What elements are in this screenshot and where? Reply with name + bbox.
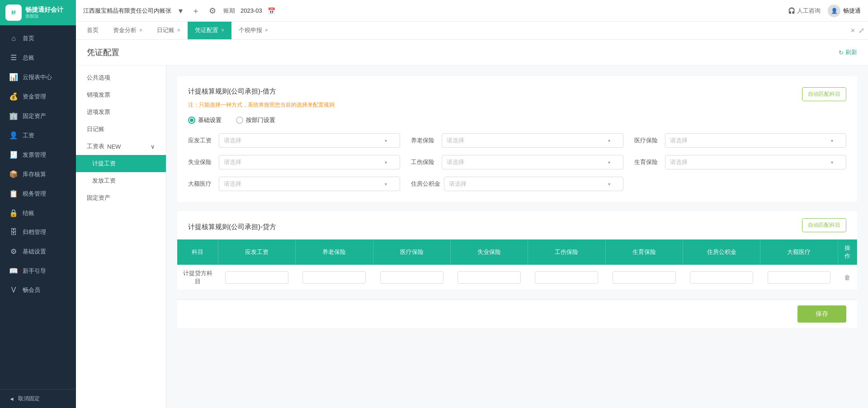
cell-housing-fund [683, 265, 760, 291]
refresh-button[interactable]: ↻ 刷新 [839, 48, 857, 56]
field-unemployment-label: 失业保险 [188, 158, 215, 166]
topbar-right: 🎧 人工咨询 👤 畅捷通 [788, 5, 861, 17]
sidebar-item-funds[interactable]: 💰 资金管理 [0, 87, 76, 106]
menu-fixed-assets[interactable]: 固定资产 [76, 189, 166, 206]
menu-public[interactable]: 公共选项 [76, 69, 166, 86]
field-large-medical-placeholder: 请选择 [224, 180, 241, 188]
field-work-injury-select[interactable]: 请选择 ▾ [442, 155, 623, 169]
sidebar: 好 畅捷通好会计 旗舰版 ⌂ 首页 ☰ 总账 📊 云报表中心 💰 资金管理 🏢 … [0, 0, 76, 408]
col-work-injury: 工伤保险 [528, 239, 605, 265]
sidebar-item-closing[interactable]: 🔒 结账 [0, 203, 76, 223]
dropdown-arrow-maternity: ▾ [831, 160, 833, 165]
debit-auto-match-button[interactable]: 自动匹配科目 [802, 87, 846, 101]
menu-distribute-label: 发放工资 [92, 177, 116, 185]
col-unemployment: 失业保险 [450, 239, 528, 265]
credit-table: 科目 应发工资 养老保险 医疗保险 失业保险 工伤保险 生育保险 住房公积金 大… [177, 239, 857, 291]
field-medical-select[interactable]: 请选择 ▾ [665, 133, 846, 148]
dropdown-arrow-large-medical: ▾ [385, 182, 387, 187]
sidebar-item-reports-label: 云报表中心 [23, 73, 52, 81]
tab-funds[interactable]: 资金分析 × [106, 22, 150, 39]
user-info: 👤 畅捷通 [828, 5, 861, 17]
add-button[interactable]: ＋ [190, 4, 202, 18]
settings-button[interactable]: ⚙ [207, 4, 218, 18]
menu-sales-invoice[interactable]: 销项发票 [76, 86, 166, 103]
radio-department-circle [236, 117, 243, 124]
sidebar-item-settings[interactable]: ⚙ 基础设置 [0, 242, 76, 261]
input-housing-fund[interactable] [690, 271, 753, 284]
radio-department[interactable]: 按部门设置 [236, 116, 275, 124]
delete-row-button[interactable]: 🗑 [844, 274, 850, 281]
menu-payroll-group[interactable]: 工资表 NEW ∨ [76, 138, 166, 155]
sidebar-item-invoice[interactable]: 🧾 发票管理 [0, 145, 76, 164]
menu-public-label: 公共选项 [87, 74, 110, 82]
sidebar-item-archive[interactable]: 🗄 归档管理 [0, 223, 76, 242]
radio-basic[interactable]: 基础设置 [188, 116, 222, 124]
field-large-medical: 大额医疗 请选择 ▾ [188, 177, 400, 191]
cell-salary [218, 265, 295, 291]
cell-medical [373, 265, 450, 291]
dropdown-arrow-medical: ▾ [831, 138, 833, 143]
expand-tab-button[interactable]: ⤢ [859, 26, 864, 35]
col-medical: 医疗保险 [373, 239, 450, 265]
sidebar-item-vip[interactable]: V 畅会员 [0, 281, 76, 300]
unpin-icon: ◄ [9, 396, 14, 402]
tab-journal[interactable]: 日记账 × [150, 22, 188, 39]
field-salary-select[interactable]: 请选择 ▾ [219, 133, 400, 148]
input-medical[interactable] [380, 271, 443, 284]
unpin-button[interactable]: ◄ 取消固定 [0, 389, 76, 408]
field-unemployment-select[interactable]: 请选择 ▾ [219, 155, 400, 169]
menu-accrual[interactable]: 计提工资 [76, 155, 166, 172]
credit-section: 计提核算规则(公司承担)-贷方 自动匹配科目 科目 应发工资 养老保险 医疗保险… [177, 211, 857, 291]
field-housing-fund-placeholder: 请选择 [449, 180, 467, 188]
user-label: 畅捷通 [843, 7, 861, 15]
logo-text: 畅捷通好会计 [25, 6, 63, 14]
close-tab-button[interactable]: × [851, 27, 855, 35]
sidebar-item-tax[interactable]: 📋 税务管理 [0, 184, 76, 203]
input-pension[interactable] [302, 271, 366, 284]
sidebar-item-guide[interactable]: 📖 新手引导 [0, 261, 76, 281]
field-pension-select[interactable]: 请选择 ▾ [442, 133, 623, 148]
field-work-injury: 工伤保险 请选择 ▾ [411, 155, 623, 169]
calendar-icon[interactable]: 📅 [268, 7, 275, 14]
menu-fixed-assets-label: 固定资产 [87, 194, 110, 202]
tab-funds-close[interactable]: × [139, 27, 142, 33]
sidebar-item-ledger[interactable]: ☰ 总账 [0, 48, 76, 67]
tab-voucher-config-close[interactable]: × [221, 27, 224, 33]
debit-section: 计提核算规则(公司承担)-借方 注：只能选择一种方式，系统将按照您当前的选择来配… [177, 76, 857, 202]
sidebar-item-ledger-label: 总账 [23, 54, 34, 62]
input-large-medical[interactable] [768, 271, 831, 284]
menu-purchase-invoice[interactable]: 进项发票 [76, 103, 166, 121]
tab-journal-label: 日记账 [157, 26, 175, 34]
sidebar-item-tax-label: 税务管理 [23, 190, 46, 198]
field-maternity-select[interactable]: 请选择 ▾ [665, 155, 846, 169]
save-button[interactable]: 保存 [797, 305, 846, 323]
input-work-injury[interactable] [535, 271, 598, 284]
sidebar-item-reports[interactable]: 📊 云报表中心 [0, 67, 76, 87]
input-maternity[interactable] [613, 271, 676, 284]
tab-tax[interactable]: 个税申报 × [231, 22, 275, 39]
credit-auto-match-button[interactable]: 自动匹配科目 [802, 218, 846, 232]
sidebar-item-inventory[interactable]: 📦 库存核算 [0, 164, 76, 184]
menu-distribute[interactable]: 发放工资 [76, 172, 166, 189]
input-unemployment[interactable] [458, 271, 521, 284]
left-menu: 公共选项 销项发票 进项发票 日记账 工资表 NEW ∨ [76, 66, 166, 408]
input-salary[interactable] [225, 271, 288, 284]
menu-journal[interactable]: 日记账 [76, 121, 166, 138]
dropdown-button[interactable]: ▾ [177, 4, 184, 18]
logo-sub: 旗舰版 [25, 13, 63, 19]
tab-tax-label: 个税申报 [239, 26, 262, 34]
tab-voucher-config[interactable]: 凭证配置 × [188, 22, 231, 39]
field-large-medical-select[interactable]: 请选择 ▾ [219, 177, 400, 191]
sidebar-item-assets[interactable]: 🏢 固定资产 [0, 106, 76, 126]
col-salary: 应发工资 [218, 239, 295, 265]
tab-home[interactable]: 首页 [80, 22, 106, 39]
field-salary-label: 应发工资 [188, 136, 215, 145]
tab-tax-close[interactable]: × [265, 27, 268, 33]
invoice-icon: 🧾 [9, 150, 18, 159]
col-pension: 养老保险 [296, 239, 373, 265]
support-button[interactable]: 🎧 人工咨询 [788, 7, 821, 15]
sidebar-item-salary[interactable]: 👤 工资 [0, 126, 76, 145]
sidebar-item-home[interactable]: ⌂ 首页 [0, 29, 76, 48]
tab-journal-close[interactable]: × [177, 27, 180, 33]
field-housing-fund-select[interactable]: 请选择 ▾ [444, 177, 623, 191]
